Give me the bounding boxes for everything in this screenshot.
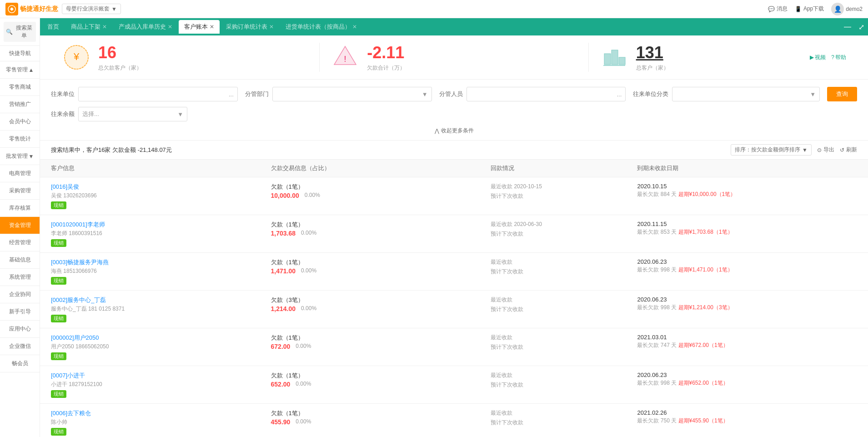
customer-tag: 现销 bbox=[51, 315, 66, 322]
customer-name[interactable]: [0007]小进干 bbox=[51, 372, 271, 380]
customer-info-cell: [0003]畅捷服务尹海燕 海燕 18513066976 现销 bbox=[51, 258, 271, 285]
overdue-link[interactable]: 超期¥10,000.00（1笔） bbox=[678, 191, 736, 197]
overdue-link[interactable]: 超期¥672.00（1笔） bbox=[678, 342, 728, 348]
sidebar-item-retail-mgmt[interactable]: 零售管理 ▲ bbox=[0, 61, 40, 79]
customer-name[interactable]: [0001020001]李老师 bbox=[51, 221, 271, 229]
overdue-link[interactable]: 超期¥455.90（1笔） bbox=[678, 417, 728, 424]
search-btn[interactable]: 查询 bbox=[827, 87, 857, 101]
tab-customer-ledger[interactable]: 客户账本 ✕ bbox=[179, 20, 220, 34]
filter-branch-dept: 分管部门 ▼ bbox=[245, 87, 432, 101]
sort-select[interactable]: 排序：按欠款金额倒序排序 ▼ bbox=[731, 144, 812, 156]
collapse-arrow: ⋀ bbox=[435, 128, 439, 134]
tab-purchase-stats[interactable]: 采购订单统计表 ✕ bbox=[221, 20, 279, 34]
sidebar-item-app-center[interactable]: 应用中心 bbox=[0, 321, 40, 338]
from-unit-type-select[interactable]: ▼ bbox=[672, 87, 820, 101]
stats-row: ¥ 16 总欠款客户（家） bbox=[40, 35, 868, 80]
tab-bar-right: — ⤢ bbox=[842, 23, 866, 31]
video-link[interactable]: ▶ 视频 bbox=[810, 54, 826, 61]
debt-count: 欠款（1笔） bbox=[271, 183, 491, 191]
tab-close-product-listing[interactable]: ✕ bbox=[102, 24, 107, 30]
branch-dept-arrow: ▼ bbox=[422, 91, 428, 98]
tab-fullscreen-btn[interactable]: ⤢ bbox=[857, 23, 866, 31]
next-collect: 预计下次收款 bbox=[491, 343, 637, 351]
sidebar-item-finance[interactable]: 资金管理 bbox=[0, 217, 40, 234]
export-btn[interactable]: ⊙ 导出 bbox=[817, 146, 834, 154]
svg-rect-7 bbox=[612, 50, 618, 65]
customer-name[interactable]: [0006]去下粮仓 bbox=[51, 409, 271, 417]
col-customer-info: 客户信息 bbox=[51, 164, 271, 172]
customer-name[interactable]: [0016]吴俊 bbox=[51, 183, 271, 191]
filter-from-unit: 往来单位 ... bbox=[51, 87, 238, 101]
total-customers-icon bbox=[600, 43, 629, 72]
sidebar-item-retail-stats[interactable]: 零售统计 bbox=[0, 131, 40, 148]
customer-name[interactable]: [0003]畅捷服务尹海燕 bbox=[51, 258, 271, 266]
collapse-row[interactable]: ⋀ 收起更多条件 bbox=[51, 125, 857, 136]
sidebar-item-chang-member[interactable]: 畅会员 bbox=[0, 355, 40, 372]
sidebar-item-ecommerce[interactable]: 电商管理 bbox=[0, 165, 40, 182]
tab-inventory-history[interactable]: 产成品入库单历史 ✕ bbox=[113, 20, 178, 34]
col-due-date: 到期未收款日期 bbox=[637, 164, 857, 172]
app-download-btn[interactable]: 📱 App下载 bbox=[795, 5, 824, 13]
tab-minimize-btn[interactable]: — bbox=[842, 23, 853, 31]
next-collect: 预计下次收款 bbox=[491, 268, 637, 276]
recovery-cell: 最近收款 预计下次收款 bbox=[491, 372, 637, 389]
customer-name[interactable]: [000002]用户2050 bbox=[51, 334, 271, 342]
sidebar-item-basic-info[interactable]: 基础信息 bbox=[0, 251, 40, 269]
from-unit-label: 往来单位 bbox=[51, 90, 75, 98]
tab-close-inbound-stats[interactable]: ✕ bbox=[352, 24, 357, 30]
messages-btn[interactable]: 💬 消息 bbox=[768, 5, 788, 13]
sidebar-item-retail-mall[interactable]: 零售商城 bbox=[0, 79, 40, 96]
sidebar-item-marketing[interactable]: 营销推广 bbox=[0, 96, 40, 113]
sidebar-item-collab[interactable]: 企业协同 bbox=[0, 286, 40, 303]
due-date: 2020.10.15 bbox=[637, 183, 857, 190]
export-icon: ⊙ bbox=[817, 147, 822, 153]
collapse-label: 收起更多条件 bbox=[441, 127, 474, 135]
debt-amount-label: 欠款合计（万） bbox=[367, 64, 405, 72]
sidebar-item-member[interactable]: 会员中心 bbox=[0, 113, 40, 131]
sidebar-item-operations[interactable]: 经营管理 bbox=[0, 234, 40, 251]
debt-customers-icon: ¥ bbox=[62, 43, 91, 72]
debt-info-cell: 欠款（1笔） 652.00 0.00% bbox=[271, 372, 491, 388]
tab-close-customer-ledger[interactable]: ✕ bbox=[210, 24, 214, 30]
store-selector[interactable]: 母婴行业演示账套 ▼ bbox=[62, 4, 121, 14]
overdue-info: 最长欠款 884 天 超期¥10,000.00（1笔） bbox=[637, 191, 857, 198]
customer-sub: 李老师 18600391516 bbox=[51, 230, 271, 237]
customer-name[interactable]: [0002]服务中心_丁磊 bbox=[51, 296, 271, 304]
overdue-link[interactable]: 超期¥1,703.68（1笔） bbox=[678, 229, 733, 235]
from-unit-input[interactable]: ... bbox=[78, 87, 238, 101]
tab-close-purchase-stats[interactable]: ✕ bbox=[269, 24, 274, 30]
tab-product-listing[interactable]: 商品上下架 ✕ bbox=[65, 20, 112, 34]
refresh-btn[interactable]: ↺ 刷新 bbox=[840, 146, 857, 154]
overdue-link[interactable]: 超期¥1,214.00（3笔） bbox=[678, 304, 733, 311]
content-area: 首页 商品上下架 ✕ 产成品入库单历史 ✕ 客户账本 ✕ 采购订单统计表 ✕ bbox=[40, 18, 868, 437]
quick-nav-label: 快捷导航 bbox=[9, 50, 31, 56]
message-icon: 💬 bbox=[768, 6, 775, 12]
debt-pct: 0.00% bbox=[301, 267, 316, 274]
debt-count: 欠款（1笔） bbox=[271, 409, 491, 417]
help-icon: ? bbox=[831, 54, 834, 60]
branch-person-input[interactable]: ... bbox=[467, 87, 626, 101]
overdue-link[interactable]: 超期¥1,471.00（1笔） bbox=[678, 266, 733, 273]
sidebar-item-inventory[interactable]: 库存核算 bbox=[0, 200, 40, 217]
sidebar-item-wholesale-mgmt[interactable]: 批发管理 ▼ bbox=[0, 148, 40, 165]
sidebar-item-newbie[interactable]: 新手引导 bbox=[0, 303, 40, 321]
branch-dept-select[interactable]: ▼ bbox=[272, 87, 432, 101]
debt-info-cell: 欠款（3笔） 1,214.00 0.00% bbox=[271, 296, 491, 312]
debt-amount: 672.00 bbox=[271, 343, 291, 350]
customer-sub: 小进干 18279152100 bbox=[51, 381, 271, 388]
filter-row-1: 往来单位 ... 分管部门 ▼ bbox=[51, 87, 857, 101]
results-actions: 排序：按欠款金额倒序排序 ▼ ⊙ 导出 ↺ 刷新 bbox=[731, 144, 857, 156]
overdue-link[interactable]: 超期¥652.00（1笔） bbox=[678, 380, 728, 386]
sidebar-item-enterprise-wechat[interactable]: 企业微信 bbox=[0, 338, 40, 355]
help-link[interactable]: ? 帮助 bbox=[831, 54, 846, 61]
tab-inbound-stats[interactable]: 进货单统计表（按商品） ✕ bbox=[280, 20, 362, 34]
sidebar-item-system[interactable]: 系统管理 bbox=[0, 269, 40, 286]
search-menu-btn[interactable]: 🔍 搜索菜单 bbox=[4, 22, 36, 42]
tab-home[interactable]: 首页 bbox=[42, 20, 65, 34]
user-avatar-btn[interactable]: 👤 demo2 bbox=[831, 3, 863, 15]
page-content: ¥ 16 总欠款客户（家） bbox=[40, 35, 868, 437]
sidebar-item-purchase[interactable]: 采购管理 bbox=[0, 182, 40, 200]
balance-select[interactable]: 选择... ▼ bbox=[78, 107, 187, 121]
svg-rect-8 bbox=[619, 57, 625, 65]
tab-close-inventory-history[interactable]: ✕ bbox=[168, 24, 172, 30]
